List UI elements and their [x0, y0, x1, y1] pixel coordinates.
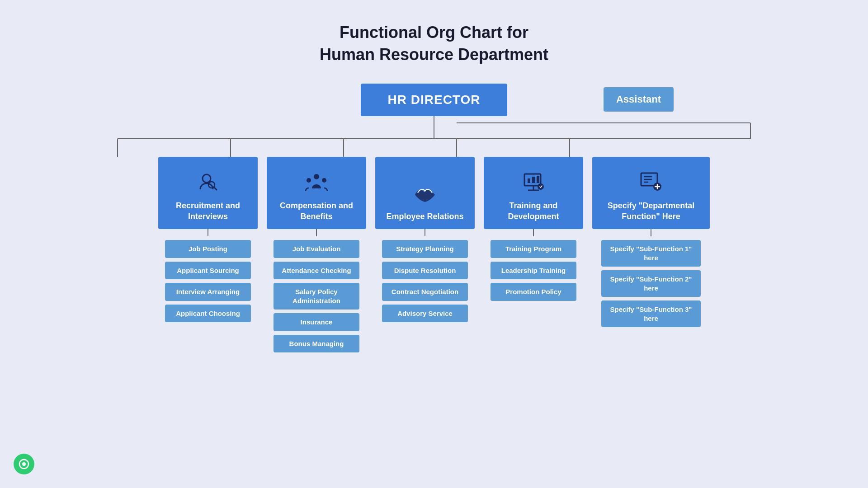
training-label: Training and Development [489, 201, 578, 222]
dept-training: Training and Development Training Progra… [484, 157, 583, 352]
subfunc-item: Bonus Managing [274, 335, 359, 353]
svg-point-16 [322, 178, 326, 183]
subfunc-item: Job Posting [165, 240, 251, 258]
subfunc-item: Specify "Sub-Function 1" here [601, 240, 701, 267]
recruitment-label: Recruitment and Interviews [164, 201, 252, 222]
recruitment-icon [197, 170, 219, 196]
training-icon [522, 170, 545, 196]
svg-point-36 [22, 462, 26, 466]
subfunc-item: Strategy Planning [382, 240, 468, 258]
svg-rect-22 [528, 178, 530, 183]
dept-compensation: Compensation and Benefits Job Evaluation… [267, 157, 366, 352]
recruitment-subfunctions: Job Posting Applicant Sourcing Interview… [158, 229, 258, 322]
director-box: HR DIRECTOR [361, 84, 508, 116]
compensation-subfunctions: Job Evaluation Attendance Checking Salar… [267, 229, 366, 352]
svg-point-15 [307, 178, 311, 183]
svg-point-14 [314, 174, 319, 179]
employee-relations-icon [413, 182, 437, 207]
specify-label: Specify "Departmental Function" Here [598, 201, 704, 222]
subfunc-item: Applicant Choosing [165, 305, 251, 323]
subfunc-item: Specify "Sub-Function 2" here [601, 270, 701, 297]
subfunc-item: Salary Policy Administration [274, 283, 359, 310]
subfunc-item: Job Evaluation [274, 240, 359, 258]
assistant-label: Assistant [616, 94, 661, 105]
subfunc-item: Advisory Service [382, 305, 468, 323]
bottom-left-icon [14, 454, 34, 474]
specify-icon [639, 170, 663, 196]
subfunc-item: Applicant Sourcing [165, 262, 251, 280]
svg-point-25 [538, 183, 544, 190]
svg-point-10 [203, 174, 211, 183]
subfunc-item: Attendance Checking [274, 262, 359, 280]
compensation-label: Compensation and Benefits [272, 201, 361, 222]
subfunc-item: Insurance [274, 313, 359, 331]
subfunc-item: Promotion Policy [491, 283, 576, 301]
page-title: Functional Org Chart for Human Resource … [0, 0, 868, 66]
title-line2: Human Resource Department [320, 45, 548, 64]
training-subfunctions: Training Program Leadership Training Pro… [484, 229, 583, 301]
director-label: HR DIRECTOR [388, 93, 481, 107]
svg-line-12 [214, 187, 217, 190]
compensation-icon [304, 171, 329, 196]
employee-relations-subfunctions: Strategy Planning Dispute Resolution Con… [375, 229, 475, 322]
subfunc-item: Training Program [491, 240, 576, 258]
subfunc-item: Interview Arranging [165, 283, 251, 301]
assistant-box: Assistant [604, 87, 674, 112]
subfunc-item: Contract Negotiation [382, 283, 468, 301]
subfunc-item: Leadership Training [491, 262, 576, 280]
specify-subfunctions: Specify "Sub-Function 1" here Specify "S… [592, 229, 710, 327]
svg-rect-24 [537, 176, 539, 183]
title-line1: Functional Org Chart for [340, 23, 528, 42]
subfunc-item: Specify "Sub-Function 3" here [601, 300, 701, 327]
employee-relations-label: Employee Relations [386, 211, 463, 222]
connector-lines [68, 116, 800, 157]
dept-employee-relations: Employee Relations Strategy Planning Dis… [375, 157, 475, 352]
svg-rect-23 [532, 177, 535, 183]
dept-specify: Specify "Departmental Function" Here Spe… [592, 157, 710, 352]
dept-recruitment: Recruitment and Interviews Job Posting A… [158, 157, 258, 352]
subfunc-item: Dispute Resolution [382, 262, 468, 280]
